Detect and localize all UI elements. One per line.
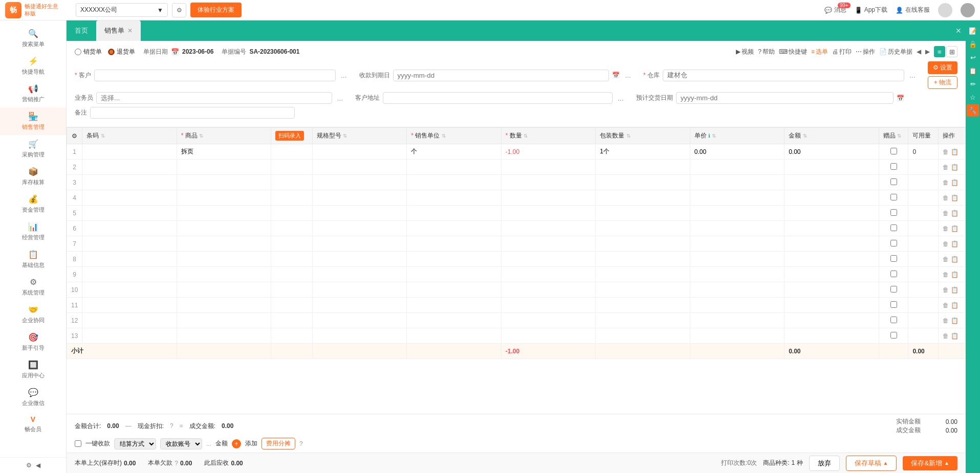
row-gift[interactable]	[879, 206, 908, 221]
customer-service-button[interactable]: 👤 在线客服	[896, 6, 930, 14]
sidebar-collapse-icon[interactable]: ◀	[36, 462, 40, 469]
sidebar-item-wechat[interactable]: 💬 企业微信	[0, 384, 66, 411]
row-gift[interactable]	[879, 328, 908, 344]
row-copy-icon[interactable]: 📋	[951, 164, 959, 171]
row-qty[interactable]	[501, 160, 595, 175]
row-barcode[interactable]	[82, 190, 177, 206]
save-new-button[interactable]: 保存&新增 ▲	[903, 456, 957, 470]
customer-more-icon[interactable]: ...	[341, 71, 347, 79]
row-product[interactable]	[177, 144, 271, 160]
row-amount[interactable]	[785, 206, 879, 221]
due-date-calendar-icon[interactable]: 📅	[612, 72, 620, 79]
row-product[interactable]	[177, 221, 271, 236]
row-spec[interactable]	[312, 175, 406, 190]
abandon-button[interactable]: 放弃	[809, 456, 840, 471]
sidebar-settings-icon[interactable]: ⚙	[26, 462, 32, 469]
row-unit[interactable]	[407, 252, 501, 267]
row-amount[interactable]	[785, 282, 879, 298]
row-spec[interactable]	[312, 206, 406, 221]
row-delete-icon[interactable]: 🗑	[943, 148, 949, 155]
tab-close-icon[interactable]: ✕	[127, 27, 133, 34]
history-btn[interactable]: 📄 历史单据	[879, 48, 912, 56]
row-copy-icon[interactable]: 📋	[951, 302, 959, 309]
row-price[interactable]	[690, 190, 784, 206]
salesperson-input[interactable]	[96, 92, 332, 104]
row-product[interactable]	[177, 160, 271, 175]
account-more-icon[interactable]: ...	[206, 440, 211, 447]
row-price[interactable]	[690, 252, 784, 267]
row-price[interactable]	[690, 206, 784, 221]
row-barcode[interactable]	[82, 298, 177, 313]
due-date-input[interactable]	[393, 70, 609, 81]
row-delete-icon[interactable]: 🗑	[943, 225, 949, 232]
row-barcode[interactable]	[82, 160, 177, 175]
row-product[interactable]	[177, 298, 271, 313]
row-delete-icon[interactable]: 🗑	[943, 179, 949, 186]
save-draft-button[interactable]: 保存草稿 ▲	[846, 456, 897, 471]
row-copy-icon[interactable]: 📋	[951, 256, 959, 263]
row-price[interactable]	[690, 282, 784, 298]
row-unit[interactable]	[407, 267, 501, 282]
row-pack-qty[interactable]	[596, 144, 690, 160]
row-unit[interactable]	[407, 236, 501, 252]
row-price[interactable]	[690, 236, 784, 252]
page-view-btn[interactable]: ≡	[934, 46, 945, 57]
avatar[interactable]	[938, 3, 952, 17]
row-qty[interactable]	[501, 206, 595, 221]
sidebar-item-inventory[interactable]: 📦 库存核算	[0, 163, 66, 190]
radio-return[interactable]: 退货单	[108, 48, 135, 56]
company-select[interactable]: XXXXXX公司 ▼	[76, 3, 168, 17]
row-product[interactable]	[177, 252, 271, 267]
row-gift[interactable]	[879, 252, 908, 267]
row-unit[interactable]	[407, 282, 501, 298]
row-qty[interactable]	[501, 313, 595, 328]
right-panel-clipboard-icon[interactable]: 📋	[967, 64, 979, 77]
row-qty[interactable]	[501, 298, 595, 313]
remark-input[interactable]	[90, 107, 295, 119]
sidebar-item-member[interactable]: V 畅会员	[0, 411, 66, 437]
sidebar-item-basic[interactable]: 📋 基础信息	[0, 245, 66, 273]
row-product[interactable]	[177, 236, 271, 252]
row-unit[interactable]	[407, 221, 501, 236]
row-qty[interactable]	[501, 282, 595, 298]
row-qty[interactable]	[501, 252, 595, 267]
row-barcode[interactable]	[82, 206, 177, 221]
row-pack-qty[interactable]	[596, 175, 690, 190]
row-gift[interactable]	[879, 175, 908, 190]
salesperson-more-icon[interactable]: ...	[337, 94, 343, 102]
row-barcode[interactable]	[82, 282, 177, 298]
fee-button[interactable]: 费用分摊	[262, 438, 295, 449]
row-pack-qty[interactable]	[596, 282, 690, 298]
row-amount[interactable]	[785, 160, 879, 175]
col-scan[interactable]: 扫码录入	[271, 128, 313, 144]
row-barcode[interactable]	[82, 175, 177, 190]
right-panel-star-icon[interactable]: ☆	[967, 91, 979, 103]
sidebar-item-operation[interactable]: 📊 经营管理	[0, 218, 66, 245]
col-settings[interactable]: ⚙	[67, 128, 82, 144]
row-spec[interactable]	[312, 328, 406, 344]
warehouse-input[interactable]	[663, 70, 904, 81]
row-unit[interactable]	[407, 175, 501, 190]
row-spec[interactable]	[312, 160, 406, 175]
row-spec[interactable]	[312, 298, 406, 313]
sidebar-item-quick-nav[interactable]: ⚡ 快捷导航	[0, 52, 66, 80]
row-barcode[interactable]	[82, 252, 177, 267]
message-button[interactable]: 💬 消息 99+	[824, 6, 846, 14]
add-payment-button[interactable]: +	[232, 439, 241, 448]
print-btn[interactable]: 🖨 打印	[832, 48, 852, 56]
row-unit[interactable]	[407, 190, 501, 206]
row-delete-icon[interactable]: 🗑	[943, 164, 949, 171]
row-spec[interactable]	[312, 190, 406, 206]
row-price[interactable]	[690, 160, 784, 175]
payment-help-icon[interactable]: ?	[299, 440, 303, 447]
row-price[interactable]	[690, 175, 784, 190]
tab-close-main-icon[interactable]: ✕	[955, 27, 962, 35]
expected-delivery-input[interactable]	[676, 92, 894, 104]
row-spec[interactable]	[312, 313, 406, 328]
right-panel-active-icon[interactable]: 🔧	[967, 104, 979, 117]
sidebar-item-purchase[interactable]: 🛒 采购管理	[0, 135, 66, 163]
customer-input[interactable]	[94, 70, 336, 81]
row-spec[interactable]	[312, 221, 406, 236]
scan-button[interactable]: 扫码录入	[275, 131, 304, 141]
date-picker-icon[interactable]: 📅	[171, 48, 179, 56]
